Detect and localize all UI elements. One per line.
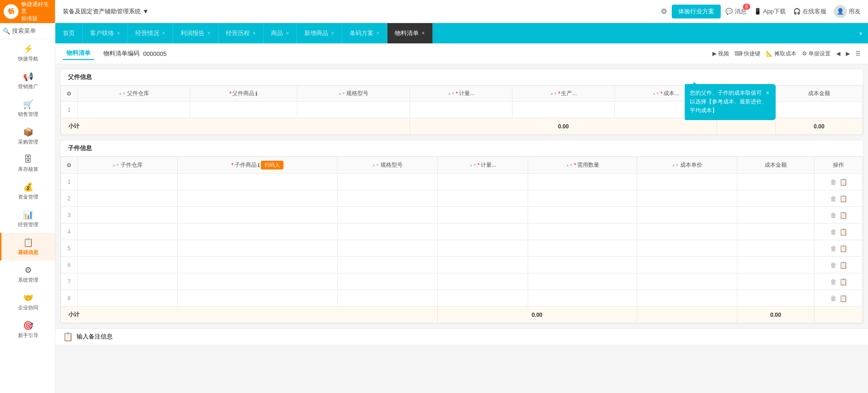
child-row2-qty[interactable] (528, 190, 637, 207)
tab-operation-close[interactable]: × (162, 30, 165, 36)
parent-row1-warehouse[interactable] (78, 102, 190, 118)
child-row4-goods[interactable] (177, 224, 337, 240)
child-row5-unit[interactable] (437, 240, 528, 257)
parent-row1-amount[interactable] (775, 102, 862, 118)
sidebar-item-finance[interactable]: 💰 资金管理 (0, 177, 55, 205)
delete-icon[interactable]: 🗑 (830, 228, 837, 236)
child-row6-unit[interactable] (437, 257, 528, 273)
child-row6-goods[interactable] (177, 257, 337, 273)
menu-icon[interactable]: ☰ (856, 50, 861, 57)
child-row3-qty[interactable] (528, 207, 637, 224)
delete-icon[interactable]: 🗑 (830, 178, 837, 186)
child-row4-amount[interactable] (737, 224, 814, 240)
copy-icon[interactable]: 📋 (839, 295, 847, 302)
sidebar-item-marketing[interactable]: 📢 营销推广 (0, 67, 55, 95)
copy-icon[interactable]: 📋 (839, 195, 847, 202)
tab-bom-close[interactable]: × (422, 30, 425, 36)
sidebar-item-inventory[interactable]: 🗄 库存核算 (0, 150, 55, 177)
app-download-button[interactable]: 📱 App下载 (754, 7, 786, 16)
message-button[interactable]: 💬 消息 6 (725, 7, 747, 16)
child-row5-qty[interactable] (528, 240, 637, 257)
tab-goods-close[interactable]: × (286, 30, 289, 36)
tab-new-goods-close[interactable]: × (331, 30, 334, 36)
child-row1-warehouse[interactable] (78, 174, 178, 190)
sidebar-item-guide[interactable]: 🎯 新手引导 (0, 316, 55, 344)
tab-new-goods[interactable]: 新增商品 × (297, 23, 342, 43)
child-row7-unit[interactable] (437, 273, 528, 290)
child-row4-unit[interactable] (437, 224, 528, 240)
child-row3-amount[interactable] (737, 207, 814, 224)
delete-icon[interactable]: 🗑 (830, 261, 837, 269)
sidebar-item-basic[interactable]: 📋 基础信息 (0, 233, 55, 260)
tab-customer[interactable]: 客户联络 × (83, 23, 128, 43)
child-row8-warehouse[interactable] (78, 290, 178, 307)
child-row4-warehouse[interactable] (78, 224, 178, 240)
tab-home[interactable]: 首页 (55, 23, 83, 43)
parent-row1-unit[interactable] (410, 102, 512, 118)
child-row2-unit[interactable] (437, 190, 528, 207)
child-row7-qty[interactable] (528, 273, 637, 290)
video-button[interactable]: ▶ 视频 (712, 50, 729, 58)
sidebar-item-operation[interactable]: 📊 经营管理 (0, 205, 55, 233)
child-row8-qty[interactable] (528, 290, 637, 307)
child-row8-amount[interactable] (737, 290, 814, 307)
tab-profit[interactable]: 利润报告 × (173, 23, 218, 43)
child-row5-unit-cost[interactable] (637, 240, 737, 257)
tab-history-close[interactable]: × (253, 30, 256, 36)
child-row1-qty[interactable] (528, 174, 637, 190)
shortcut-button[interactable]: ⌨ 快捷键 (735, 50, 760, 58)
child-row3-spec[interactable] (337, 207, 437, 224)
tab-operation[interactable]: 经营情况 × (128, 23, 173, 43)
delete-icon[interactable]: 🗑 (830, 195, 837, 202)
trial-button[interactable]: 体验行业方案 (672, 5, 721, 18)
child-row8-unit-cost[interactable] (637, 290, 737, 307)
settings-icon[interactable]: ⚙ (661, 7, 667, 16)
sub-tab-bom[interactable]: 物料清单 (63, 47, 94, 60)
child-row1-unit[interactable] (437, 174, 528, 190)
tab-bom[interactable]: 物料清单 × (387, 23, 433, 43)
sidebar-item-sales[interactable]: 🛒 销售管理 (0, 95, 55, 122)
child-row6-amount[interactable] (737, 257, 814, 273)
copy-icon[interactable]: 📋 (839, 228, 847, 236)
delete-icon[interactable]: 🗑 (830, 245, 837, 252)
tab-history[interactable]: 经营历程 × (218, 23, 264, 43)
child-th-settings[interactable]: ⚙ (61, 157, 78, 174)
child-row1-amount[interactable] (737, 174, 814, 190)
child-row3-warehouse[interactable] (78, 207, 178, 224)
child-row4-qty[interactable] (528, 224, 637, 240)
parent-row1-spec[interactable] (297, 102, 410, 118)
child-row5-spec[interactable] (337, 240, 437, 257)
close-all-tabs-button[interactable]: × (853, 30, 868, 37)
copy-icon[interactable]: 📋 (839, 212, 847, 219)
child-row2-spec[interactable] (337, 190, 437, 207)
copy-icon[interactable]: 📋 (839, 178, 847, 186)
child-row6-qty[interactable] (528, 257, 637, 273)
parent-row1-goods[interactable] (190, 102, 297, 118)
user-button[interactable]: 👤 用友 (834, 5, 861, 18)
copy-icon[interactable]: 📋 (839, 278, 847, 285)
copy-icon[interactable]: 📋 (839, 245, 847, 252)
child-row3-unit-cost[interactable] (637, 207, 737, 224)
child-row4-spec[interactable] (337, 224, 437, 240)
child-row2-amount[interactable] (737, 190, 814, 207)
online-service-button[interactable]: 🎧 在线客服 (793, 7, 826, 16)
child-row6-unit-cost[interactable] (637, 257, 737, 273)
sidebar-search[interactable]: 🔍 搜索菜单 (0, 23, 55, 39)
child-row6-warehouse[interactable] (78, 257, 178, 273)
tab-barcode[interactable]: 条码方案 × (342, 23, 387, 43)
sidebar-item-purchase[interactable]: 📦 采购管理 (0, 122, 55, 150)
delete-icon[interactable]: 🗑 (830, 295, 837, 302)
cost-button[interactable]: 📐 摊取成本 (766, 50, 796, 58)
child-row1-spec[interactable] (337, 174, 437, 190)
sidebar-item-collab[interactable]: 🤝 企业协同 (0, 288, 55, 316)
child-row5-goods[interactable] (177, 240, 337, 257)
child-row2-unit-cost[interactable] (637, 190, 737, 207)
scan-button[interactable]: 扫码入 (261, 161, 283, 169)
child-row8-spec[interactable] (337, 290, 437, 307)
tab-goods[interactable]: 商品 × (264, 23, 297, 43)
tab-profit-close[interactable]: × (207, 30, 211, 36)
parent-row1-produce[interactable] (512, 102, 615, 118)
tab-barcode-close[interactable]: × (376, 30, 380, 36)
child-row7-goods[interactable] (177, 273, 337, 290)
child-row1-unit-cost[interactable] (637, 174, 737, 190)
